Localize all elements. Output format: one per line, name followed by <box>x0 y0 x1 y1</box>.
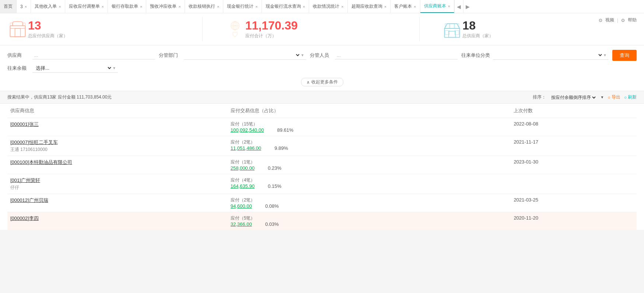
nav-prepay-ar[interactable]: 预收冲应收单 × <box>146 0 185 13</box>
video-link[interactable]: 视频 <box>605 17 614 23</box>
category-label: 往来单位分类 <box>461 52 490 59</box>
chevron-down-icon-3: ▼ <box>112 66 116 70</box>
nav-bank-deposit[interactable]: 银行存取款单 × <box>108 0 146 13</box>
table-header: 供应商信息 应付交易信息（占比） 上次付数 <box>7 104 637 118</box>
last-pay-date: 2021-11-17 <box>514 139 538 145</box>
supplier-link[interactable]: [000001]张三 <box>10 121 39 127</box>
supplier-cell: [000012]广州贝瑞 <box>7 194 228 212</box>
nav-receipt-stat-label: 收款情况统计 <box>313 3 339 10</box>
refresh-label: 刷新 <box>628 94 637 100</box>
nav-overdue-ar[interactable]: 超期应收款查询 × <box>348 0 391 13</box>
nav-ar-ap-adjust[interactable]: 应收应付调整单 × <box>65 0 108 13</box>
supplier-cell: [001]广州荣轩仔仔 <box>7 174 228 194</box>
collapse-button[interactable]: ∧ 收起更多条件 <box>301 78 343 86</box>
nav-left-arrow[interactable]: ◀ <box>454 0 463 13</box>
export-button[interactable]: ○ 导出 <box>608 94 620 100</box>
amount-line: 94,600.000.08% <box>231 203 508 209</box>
nav-cash-flow[interactable]: 现金银行流水查询 × <box>262 0 309 13</box>
nav-other-income-close[interactable]: × <box>59 4 61 9</box>
category-select[interactable] <box>495 52 603 58</box>
nav-cash-flow-close[interactable]: × <box>303 4 305 9</box>
col-payable-info: 应付交易信息（占比） <box>228 104 511 118</box>
stat-all-label: 总供应商（家） <box>462 33 493 39</box>
nav-receipt-stat-close[interactable]: × <box>341 4 343 9</box>
nav-bank-deposit-close[interactable]: × <box>140 4 142 9</box>
payable-cell: 应付（1笔）258,000.000.23% <box>228 156 511 174</box>
nav-supplier-book[interactable]: 供应商账本 × <box>420 0 454 13</box>
category-select-wrap[interactable]: ▼ <box>493 51 609 60</box>
person-label: 分管人员 <box>310 52 332 59</box>
tx-line: 应付（4笔） <box>231 177 508 183</box>
tx-label: 应付 <box>231 197 239 203</box>
nav-cash-bank-stat[interactable]: 现金银行统计 × <box>223 0 262 13</box>
tx-label: 应付 <box>231 121 239 127</box>
table-row: [000002]李四应付（5笔）32,366.000.03%2020-11-20 <box>7 212 637 230</box>
col-last-pay: 上次付数 <box>511 104 637 118</box>
payable-cell: 应付（2笔）94,600.000.08% <box>228 194 511 212</box>
stat-total-payable: 11,170.39 应付合计（万） <box>202 17 420 41</box>
refresh-button[interactable]: ○ 刷新 <box>624 94 637 100</box>
query-button[interactable]: 查询 <box>612 50 637 61</box>
nav-overdue-ar-close[interactable]: × <box>384 4 386 9</box>
help-link[interactable]: 帮助 <box>628 17 637 23</box>
nav-customer-book-close[interactable]: × <box>414 4 416 9</box>
table-row: [000007]恒旺二手叉车王通 17106110000应付（2笔）11,051… <box>7 136 637 156</box>
nav-tab3-close[interactable]: × <box>25 4 27 9</box>
tx-percent: 0.23% <box>268 165 281 171</box>
nav-other-income[interactable]: 其他收入单 × <box>31 0 65 13</box>
dept-select-wrap[interactable]: ▼ <box>184 51 307 60</box>
tx-percent: 0.08% <box>265 203 279 209</box>
nav-home[interactable]: 首页 <box>0 0 17 13</box>
amount-line: 258,000.000.23% <box>231 165 508 171</box>
supplier-link[interactable]: [000012]广州贝瑞 <box>10 197 48 203</box>
amount-value[interactable]: 11,051,486.00 <box>231 145 261 151</box>
stat-payable-label: 总应付供应商（家） <box>28 33 68 39</box>
nav-ar-ap-adjust-close[interactable]: × <box>102 4 104 9</box>
top-nav: 首页 3 × 其他收入单 × 应收应付调整单 × 银行存取款单 × 预收冲应收单… <box>0 0 644 13</box>
sort-select[interactable]: 按应付余额倒序排序 <box>550 94 597 100</box>
amount-value[interactable]: 32,366.00 <box>231 221 252 227</box>
person-input[interactable] <box>335 51 458 59</box>
stat-payable-number: 13 <box>28 20 68 31</box>
stat-payable-text: 13 总应付供应商（家） <box>28 20 68 39</box>
search-row-2: 往来余额 选择... ▼ <box>7 64 118 73</box>
export-icon: ○ <box>608 95 610 100</box>
amount-value[interactable]: 164,635.90 <box>231 183 255 189</box>
nav-other-income-label: 其他收入单 <box>35 3 57 10</box>
amount-value[interactable]: 94,600.00 <box>231 203 252 209</box>
supplier-link[interactable]: [001]广州荣轩 <box>10 177 40 183</box>
svg-rect-10 <box>449 31 456 38</box>
nav-receipt-stat[interactable]: 收款情况统计 × <box>309 0 347 13</box>
supplier-input[interactable] <box>32 51 155 59</box>
amount-value[interactable]: 100,092,540.00 <box>231 127 264 133</box>
chevron-down-sort-icon: ▼ <box>601 95 604 99</box>
nav-customer-book[interactable]: 客户账本 × <box>391 0 420 13</box>
supplier-link[interactable]: [000002]李四 <box>10 216 39 221</box>
nav-receipt-exec[interactable]: 收款核销执行 × <box>185 0 223 13</box>
nav-supplier-book-close[interactable]: × <box>448 4 450 8</box>
payable-cell: 应付（4笔）164,635.900.15% <box>228 174 511 194</box>
nav-prepay-ar-close[interactable]: × <box>178 4 181 9</box>
balance-label: 往来余额 <box>7 65 29 72</box>
nav-tab3[interactable]: 3 × <box>17 0 31 13</box>
balance-select-wrap[interactable]: 选择... ▼ <box>32 64 118 73</box>
top-right-links: ⊙ 视频 | ⊙ 帮助 <box>599 17 637 23</box>
payable-cell: 应付（2笔）11,051,486.009.89% <box>228 136 511 156</box>
nav-receipt-exec-close[interactable]: × <box>217 4 219 9</box>
stat-total-text: 11,170.39 应付合计（万） <box>245 20 298 39</box>
dept-select[interactable] <box>186 52 301 58</box>
category-field: 往来单位分类 ▼ <box>461 51 609 60</box>
nav-cash-flow-label: 现金银行流水查询 <box>266 3 301 10</box>
shop-icon <box>442 19 462 39</box>
nav-prepay-ar-label: 预收冲应收单 <box>150 3 176 10</box>
amount-line: 164,635.900.15% <box>231 183 508 189</box>
amount-value[interactable]: 258,000.00 <box>231 165 255 171</box>
refresh-icon: ○ <box>624 95 627 100</box>
supplier-link[interactable]: [000007]恒旺二手叉车 <box>10 139 58 145</box>
table-header-row: 供应商信息 应付交易信息（占比） 上次付数 <box>7 104 637 118</box>
nav-right-arrow[interactable]: ▶ <box>463 0 472 13</box>
nav-cash-bank-stat-close[interactable]: × <box>255 4 258 9</box>
balance-select[interactable]: 选择... <box>34 65 112 71</box>
supplier-link[interactable]: [000100]本特勤油品有限公司 <box>10 159 72 165</box>
stat-all-number: 18 <box>462 20 493 31</box>
